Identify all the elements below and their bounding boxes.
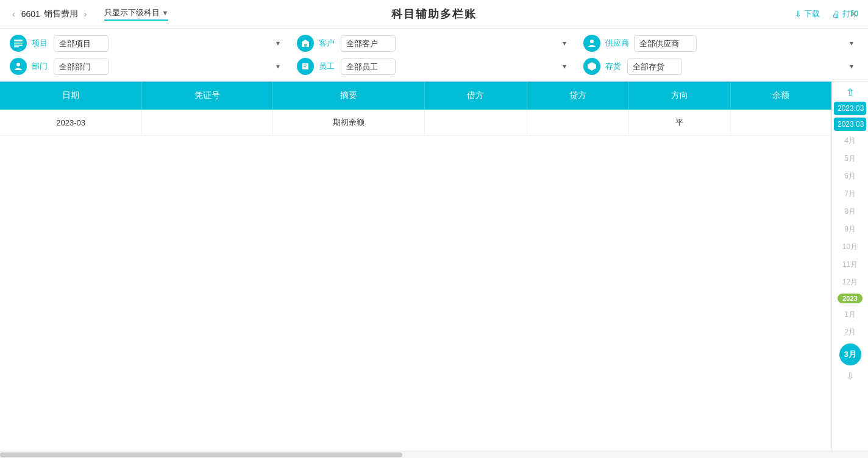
project-icon (10, 35, 27, 52)
timeline-panel: ⇧ 2023.03 2023.03 4月 5月 6月 7月 8月 9月 10月 … (831, 82, 868, 451)
employee-select-wrapper: 全部员工 (341, 58, 572, 75)
table-area[interactable]: 日期 凭证号 摘要 借方 贷方 方向 余额 2023-03期初余额平 (0, 82, 831, 451)
account-nav: ‹ 6601 销售费用 › (10, 8, 90, 20)
table-row: 2023-03期初余额平 (0, 110, 831, 136)
sublevel-filter-label: 只显示下级科目 (104, 7, 160, 18)
ledger-table: 日期 凭证号 摘要 借方 贷方 方向 余额 2023-03期初余额平 (0, 82, 831, 136)
chevron-down-icon: ▼ (162, 9, 169, 16)
timeline-down-arrow[interactable]: ⇩ (844, 368, 856, 384)
timeline-month-6[interactable]: 6月 (832, 167, 868, 185)
timeline-selected-end[interactable]: 2023.03 (834, 118, 866, 131)
top-bar: ‹ 6601 销售费用 › 只显示下级科目 ▼ 科目辅助多栏账 ⇩ 下载 🖨 打… (0, 0, 868, 29)
account-name: 销售费用 (44, 9, 78, 19)
filter-employee: 员工 全部员工 (297, 58, 572, 75)
supplier-select-wrapper: 全部供应商 (634, 35, 858, 52)
department-icon (10, 58, 27, 75)
col-voucher: 凭证号 (142, 82, 273, 110)
svg-rect-1 (14, 43, 23, 44)
filter-supplier: 供应商 全部供应商 (583, 35, 858, 52)
inventory-label: 存货 (605, 61, 622, 72)
timeline-month-7[interactable]: 7月 (832, 185, 868, 203)
project-label: 项目 (32, 38, 49, 49)
project-select[interactable]: 全部项目 (54, 35, 108, 52)
cell-debit (425, 110, 527, 136)
table-header-row: 日期 凭证号 摘要 借方 贷方 方向 余额 (0, 82, 831, 110)
col-credit: 贷方 (527, 82, 628, 110)
employee-label: 员工 (319, 61, 336, 72)
cell-credit (527, 110, 628, 136)
timeline-month-9[interactable]: 9月 (832, 220, 868, 238)
timeline-year-2023[interactable]: 2023 (838, 294, 862, 303)
download-icon: ⇩ (795, 10, 802, 19)
download-button[interactable]: ⇩ 下载 (795, 9, 820, 19)
timeline-month-4[interactable]: 4月 (832, 132, 868, 150)
timeline-month-11[interactable]: 11月 (832, 256, 868, 273)
filter-department: 部门 全部部门 (10, 58, 285, 75)
timeline-month-1[interactable]: 1月 (832, 306, 868, 323)
supplier-select[interactable]: 全部供应商 (634, 35, 697, 52)
horizontal-scrollbar[interactable] (0, 451, 868, 458)
employee-select[interactable]: 全部员工 (341, 58, 396, 75)
svg-point-5 (590, 40, 594, 43)
cell-balance (730, 110, 831, 136)
timeline-up-arrow[interactable]: ⇧ (844, 84, 856, 100)
svg-rect-4 (304, 44, 307, 47)
col-date: 日期 (0, 82, 142, 110)
employee-icon (297, 58, 314, 75)
scrollbar-thumb (0, 453, 402, 457)
main-content: 日期 凭证号 摘要 借方 贷方 方向 余额 2023-03期初余额平 ⇧ 202… (0, 82, 868, 451)
department-select-wrapper: 全部部门 (54, 58, 285, 75)
download-label: 下载 (804, 9, 820, 19)
timeline-month-10[interactable]: 10月 (832, 238, 868, 256)
inventory-select-wrapper: 全部存货 (627, 58, 858, 75)
account-code: 6601 (21, 9, 40, 19)
prev-account-arrow[interactable]: ‹ (10, 8, 18, 20)
customer-label: 客户 (319, 38, 336, 49)
svg-rect-0 (14, 40, 23, 41)
sublevel-filter[interactable]: 只显示下级科目 ▼ (104, 7, 169, 21)
page-title: 科目辅助多栏账 (391, 7, 477, 21)
customer-icon (297, 35, 314, 52)
cell-summary: 期初余额 (273, 110, 425, 136)
cell-date: 2023-03 (0, 110, 142, 136)
timeline-month-5[interactable]: 5月 (832, 150, 868, 167)
supplier-label: 供应商 (605, 38, 629, 49)
supplier-icon (583, 35, 600, 52)
col-debit: 借方 (425, 82, 527, 110)
next-account-arrow[interactable]: › (82, 8, 90, 20)
filter-inventory: 存货 全部存货 (583, 58, 858, 75)
timeline-selected-start[interactable]: 2023.03 (834, 102, 866, 115)
col-balance: 余额 (730, 82, 831, 110)
col-summary: 摘要 (273, 82, 425, 110)
department-label: 部门 (32, 61, 49, 72)
timeline-month-2[interactable]: 2月 (832, 323, 868, 341)
filter-bar: 项目 全部项目 客户 全部客户 (0, 29, 868, 82)
print-icon: 🖨 (832, 10, 840, 19)
svg-rect-9 (304, 66, 306, 68)
svg-point-6 (16, 63, 20, 66)
cell-voucher (142, 110, 273, 136)
svg-rect-2 (14, 45, 23, 46)
customer-select-wrapper: 全部客户 (341, 35, 572, 52)
col-direction: 方向 (628, 82, 730, 110)
close-button[interactable]: ✕ (849, 7, 858, 21)
department-select[interactable]: 全部部门 (54, 58, 108, 75)
inventory-select[interactable]: 全部存货 (627, 58, 682, 75)
filter-customer: 客户 全部客户 (297, 35, 572, 52)
main-window: ‹ 6601 销售费用 › 只显示下级科目 ▼ 科目辅助多栏账 ⇩ 下载 🖨 打… (0, 0, 868, 458)
cell-direction: 平 (628, 110, 730, 136)
timeline-month-8[interactable]: 8月 (832, 203, 868, 220)
timeline-month-3-selected[interactable]: 3月 (839, 344, 861, 365)
svg-rect-8 (304, 65, 307, 66)
svg-rect-3 (14, 46, 19, 48)
customer-select[interactable]: 全部客户 (341, 35, 396, 52)
inventory-icon (583, 58, 600, 75)
filter-project: 项目 全部项目 (10, 35, 285, 52)
timeline-month-12[interactable]: 12月 (832, 273, 868, 291)
project-select-wrapper: 全部项目 (54, 35, 285, 52)
